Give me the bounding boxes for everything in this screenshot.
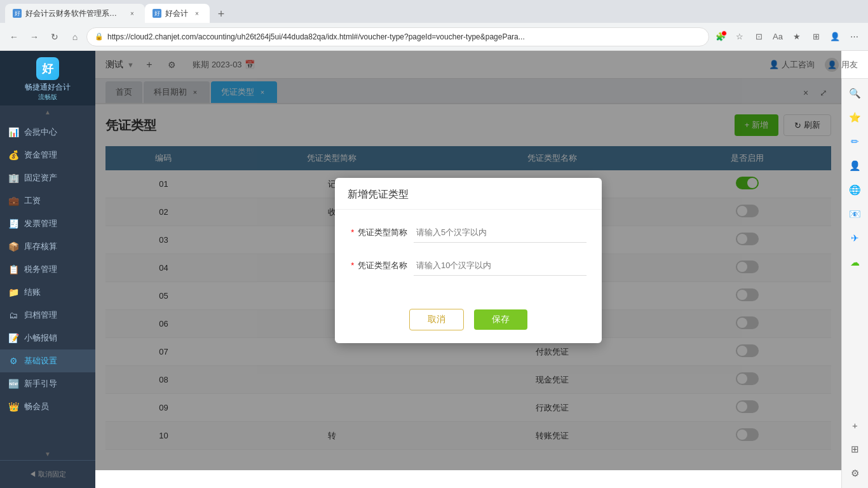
logo-badge: 流畅版: [38, 93, 57, 102]
user-label: 用友: [841, 59, 858, 71]
extensions-button[interactable]: 🧩: [712, 28, 729, 46]
nav-scroll-up[interactable]: ▲: [0, 105, 95, 118]
sidebar-item-settings[interactable]: ⚙ 基础设置: [0, 349, 95, 372]
forward-button[interactable]: →: [25, 28, 43, 46]
sidebar-item-closing[interactable]: 📁 结账: [0, 281, 95, 304]
closing-icon: 📁: [8, 287, 19, 298]
sidebar-item-label-assets: 固定资产: [24, 172, 57, 184]
modal-overlay: 新增凭证类型 * 凭证类型简称: [95, 104, 841, 470]
right-globe-icon[interactable]: 🌐: [846, 180, 865, 200]
sidebar-item-inventory[interactable]: 📦 库存核算: [0, 235, 95, 258]
main-with-right: 测试 ▼ + ⚙ 账期 2023-03 📅 👤 人工咨询 👤 用友: [95, 51, 868, 488]
required-mark-1: *: [351, 227, 354, 237]
expense-icon: 📝: [8, 332, 19, 344]
modal-header: 新增凭证类型: [335, 178, 602, 210]
cancel-pin-label: ◀ 取消固定: [29, 470, 66, 479]
sidebar-logo: 好 畅捷通好合计 流畅版: [0, 51, 95, 105]
nav-scroll-down[interactable]: ▼: [0, 447, 95, 460]
modal-dialog: 新增凭证类型 * 凭证类型简称: [335, 178, 602, 343]
profile-button[interactable]: 👤: [826, 28, 844, 46]
required-mark-2: *: [351, 261, 354, 270]
sidebar-item-archive[interactable]: 🗂 归档管理: [0, 304, 95, 327]
short-name-label: * 凭证类型简称: [350, 227, 414, 238]
modal-body: * 凭证类型简称 * 凭证类型名称: [335, 210, 602, 301]
right-person-icon[interactable]: 👤: [846, 156, 865, 175]
sidebar-item-assets[interactable]: 🏢 固定资产: [0, 166, 95, 189]
address-text: https://cloud2.chanjet.com/accounting/uh…: [107, 32, 701, 41]
right-mail-icon[interactable]: 📧: [846, 205, 865, 224]
tab-title-2: 好会计: [165, 8, 188, 19]
right-gear-icon[interactable]: ⚙: [846, 464, 865, 483]
new-tab-button[interactable]: +: [212, 5, 230, 23]
favorites-button[interactable]: ★: [788, 28, 806, 46]
page-content: 凭证类型 + 新增 ↻ 刷新 编码: [95, 104, 841, 488]
member-icon: 👑: [8, 401, 19, 412]
sidebar-item-label-expense: 小畅报销: [24, 332, 57, 344]
sidebar-item-label-dashboard: 会批中心: [24, 126, 57, 138]
cancel-button[interactable]: 取消: [409, 309, 464, 330]
invoice-icon: 🧾: [8, 218, 19, 229]
short-name-input[interactable]: [414, 222, 587, 243]
cancel-pin-button[interactable]: ◀ 取消固定: [0, 466, 95, 483]
sidebar-item-tax[interactable]: 📋 税务管理: [0, 258, 95, 281]
sidebar-item-label-invoice: 发票管理: [24, 218, 57, 229]
right-search-icon[interactable]: 🔍: [846, 84, 865, 103]
sidebar-item-label-archive: 归档管理: [24, 309, 57, 321]
tab-favicon-1: 好: [13, 9, 22, 18]
logo-text: 畅捷通好合计: [25, 82, 71, 93]
sidebar-item-label-inventory: 库存核算: [24, 241, 57, 252]
home-button[interactable]: ⌂: [66, 28, 84, 46]
right-sidebar: 🔍 ⭐ ✏ 👤 🌐 📧 ✈ ☁ + ⊞ ⚙: [841, 79, 868, 488]
sidebar-item-invoice[interactable]: 🧾 发票管理: [0, 212, 95, 235]
sidebar-item-label-tax: 税务管理: [24, 264, 57, 275]
dashboard-icon: 📊: [8, 126, 19, 138]
settings-icon: ⚙: [8, 355, 19, 367]
sidebar-item-guide[interactable]: 🆕 新手引导: [0, 372, 95, 395]
collections-button[interactable]: ⊞: [807, 28, 825, 46]
right-grid-icon[interactable]: ⊞: [846, 440, 865, 459]
full-name-input[interactable]: [414, 255, 587, 276]
archive-icon: 🗂: [8, 309, 19, 321]
right-cloud-icon[interactable]: ☁: [846, 253, 865, 272]
tab-title-1: 好会计云财务软件管理系统_会计: [25, 8, 123, 19]
full-name-label-text: 凭证类型名称: [358, 261, 407, 270]
sidebar-item-payroll[interactable]: 💼 工资: [0, 189, 95, 212]
form-row-full-name: * 凭证类型名称: [350, 255, 587, 276]
sidebar-item-label-payroll: 工资: [24, 195, 41, 207]
security-icon: 🔒: [95, 32, 104, 41]
reload-button[interactable]: ↻: [46, 28, 64, 46]
tab-close-2[interactable]: ×: [192, 8, 202, 18]
inventory-icon: 📦: [8, 241, 19, 252]
bookmark-button[interactable]: ☆: [731, 28, 749, 46]
more-button[interactable]: ⋯: [845, 28, 863, 46]
browser-tab-1[interactable]: 好 好会计云财务软件管理系统_会计 ×: [5, 4, 145, 23]
browser-tab-2[interactable]: 好 好会计 ×: [145, 4, 210, 23]
sidebar-item-label-finance: 资金管理: [24, 149, 57, 161]
modal-title: 新增凭证类型: [348, 189, 409, 200]
tab-favicon-2: 好: [153, 9, 161, 18]
sidebar: 好 畅捷通好合计 流畅版 ▲ 📊 会批中心 💰 资金管理 🏢 固定资产 💼 工资: [0, 51, 95, 488]
right-edit-icon[interactable]: ✏: [846, 132, 865, 151]
right-star-icon[interactable]: ⭐: [846, 108, 865, 127]
sidebar-item-finance[interactable]: 💰 资金管理: [0, 144, 95, 166]
modal-footer: 取消 保存: [335, 301, 602, 343]
right-add-icon[interactable]: +: [846, 416, 865, 435]
reading-mode-button[interactable]: Aa: [769, 28, 787, 46]
full-name-label: * 凭证类型名称: [350, 260, 414, 271]
guide-icon: 🆕: [8, 378, 19, 390]
tab-search-button[interactable]: ⊡: [750, 28, 768, 46]
tax-icon: 📋: [8, 264, 19, 275]
sidebar-item-expense[interactable]: 📝 小畅报销: [0, 327, 95, 349]
sidebar-item-label-closing: 结账: [24, 287, 41, 298]
sidebar-item-member[interactable]: 👑 畅会员: [0, 395, 95, 418]
form-row-short-name: * 凭证类型简称: [350, 222, 587, 243]
right-plane-icon[interactable]: ✈: [846, 229, 865, 248]
save-button[interactable]: 保存: [474, 309, 527, 330]
address-bar[interactable]: 🔒 https://cloud2.chanjet.com/accounting/…: [86, 27, 709, 46]
sidebar-item-label-settings: 基础设置: [24, 355, 57, 367]
sidebar-item-dashboard[interactable]: 📊 会批中心: [0, 121, 95, 144]
tab-close-1[interactable]: ×: [127, 8, 137, 18]
short-name-label-text: 凭证类型简称: [358, 227, 407, 237]
back-button[interactable]: ←: [5, 28, 23, 46]
finance-icon: 💰: [8, 149, 19, 161]
